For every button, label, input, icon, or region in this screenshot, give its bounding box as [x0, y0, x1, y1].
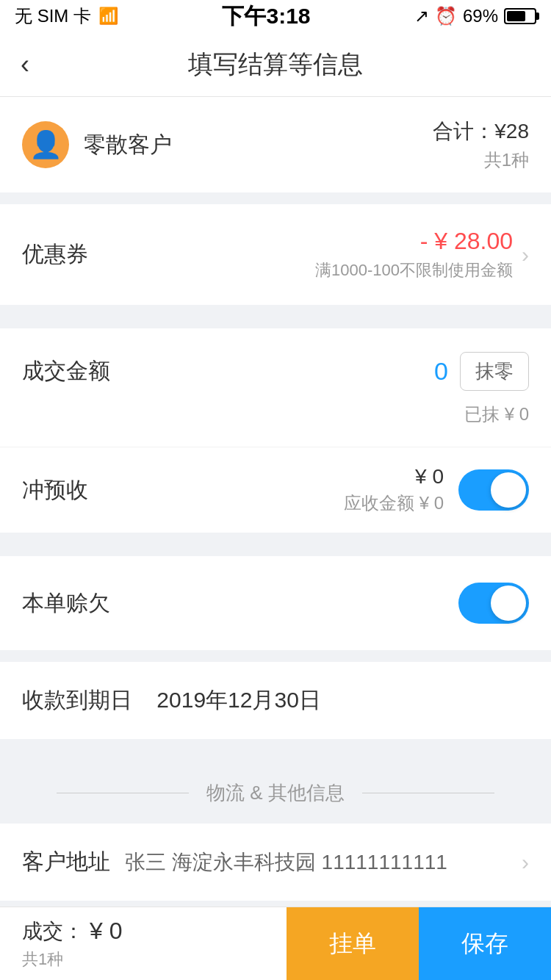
- nav-bar: ‹ 填写结算等信息: [0, 32, 551, 97]
- status-time: 下午3:18: [222, 1, 310, 32]
- customer-row: 👤 零散客户 合计：¥28 共1种: [0, 97, 551, 192]
- bottom-deal: 成交： ¥ 0: [22, 918, 264, 945]
- toggle-circle: [491, 472, 526, 508]
- address-label: 客户地址: [22, 847, 110, 877]
- total-count: 共1种: [433, 148, 529, 172]
- prereceive-amount: ¥ 0: [344, 465, 444, 489]
- prereceive-sub: 应收金额 ¥ 0: [344, 491, 444, 515]
- pending-button[interactable]: 挂单: [287, 907, 419, 981]
- bottom-deal-label: 成交：: [22, 918, 84, 945]
- debt-section: 本单赊欠: [0, 556, 551, 650]
- address-section[interactable]: 客户地址 张三 海淀永丰科技园 11111111111 ›: [0, 824, 551, 901]
- total-amount: 合计：¥28: [433, 118, 529, 145]
- status-bar: 无 SIM 卡 📶 下午3:18 ↗ ⏰ 69%: [0, 0, 551, 32]
- due-date-label: 收款到期日 2019年12月30日: [22, 688, 321, 712]
- battery-bar: [504, 8, 536, 24]
- address-chevron-icon: ›: [522, 850, 529, 875]
- rounded-sub: 已抹 ¥ 0: [0, 403, 551, 447]
- address-value: 张三 海淀永丰科技园 11111111111: [125, 849, 522, 876]
- separator-2: [0, 544, 551, 556]
- toggle-circle-debt: [491, 586, 526, 621]
- prereceive-right: ¥ 0 应收金额 ¥ 0: [344, 465, 444, 515]
- chevron-right-icon: ›: [522, 242, 529, 267]
- bottom-count: 共1种: [22, 948, 264, 970]
- due-date-section: 收款到期日 2019年12月30日: [0, 662, 551, 739]
- deal-row: 成交金额 0 抹零: [0, 328, 551, 403]
- customer-total: 合计：¥28 共1种: [433, 118, 529, 172]
- separator-1: [0, 317, 551, 328]
- bottom-deal-amount: ¥ 0: [90, 918, 122, 945]
- customer-section: 👤 零散客户 合计：¥28 共1种: [0, 97, 551, 192]
- logistics-header: 物流 & 其他信息: [0, 763, 551, 824]
- user-icon: 👤: [29, 129, 62, 160]
- coupon-section[interactable]: 优惠券 - ¥ 28.00 满1000-100不限制使用金额 ›: [0, 204, 551, 305]
- coupon-description: 满1000-100不限制使用金额: [315, 259, 513, 281]
- prereceive-row: 冲预收 ¥ 0 应收金额 ¥ 0: [0, 447, 551, 533]
- back-button[interactable]: ‹: [21, 49, 29, 80]
- debt-label: 本单赊欠: [22, 588, 458, 619]
- wifi-icon: 📶: [98, 7, 118, 26]
- coupon-discount: - ¥ 28.00: [315, 228, 513, 255]
- alarm-icon: ⏰: [435, 6, 457, 26]
- prereceive-label: 冲预收: [22, 475, 344, 505]
- address-row[interactable]: 客户地址 张三 海淀永丰科技园 11111111111 ›: [0, 824, 551, 901]
- main-content: 👤 零散客户 合计：¥28 共1种 优惠券 - ¥ 28.00 满1000-10…: [0, 97, 551, 980]
- due-date-value[interactable]: 2019年12月30日: [156, 688, 320, 712]
- transaction-section: 成交金额 0 抹零 已抹 ¥ 0 冲预收 ¥ 0 应收金额 ¥ 0: [0, 328, 551, 533]
- save-button[interactable]: 保存: [419, 907, 551, 981]
- coupon-label: 优惠券: [22, 239, 315, 270]
- avatar: 👤: [22, 121, 69, 168]
- carrier-text: 无 SIM 卡: [15, 4, 91, 28]
- status-right: ↗ ⏰ 69%: [414, 6, 536, 26]
- coupon-right: - ¥ 28.00 满1000-100不限制使用金额: [315, 228, 513, 281]
- coupon-row[interactable]: 优惠券 - ¥ 28.00 满1000-100不限制使用金额 ›: [0, 204, 551, 305]
- battery-percent: 69%: [463, 6, 498, 26]
- deal-value-wrap: 0 抹零: [434, 352, 529, 391]
- bottom-info: 成交： ¥ 0 共1种: [0, 918, 287, 970]
- round-off-button[interactable]: 抹零: [460, 352, 529, 391]
- customer-name: 零散客户: [84, 130, 433, 160]
- bottom-bar: 成交： ¥ 0 共1种 挂单 保存: [0, 907, 551, 980]
- location-icon: ↗: [414, 6, 429, 26]
- page-title: 填写结算等信息: [188, 48, 363, 82]
- deal-amount-label: 成交金额: [22, 356, 434, 386]
- debt-toggle[interactable]: [458, 583, 529, 624]
- battery-fill: [507, 11, 525, 21]
- logistics-text: 物流 & 其他信息: [206, 780, 345, 806]
- prereceive-toggle[interactable]: [458, 469, 529, 511]
- separator-3: [0, 751, 551, 763]
- status-left: 无 SIM 卡 📶: [15, 4, 118, 28]
- deal-value[interactable]: 0: [434, 357, 448, 386]
